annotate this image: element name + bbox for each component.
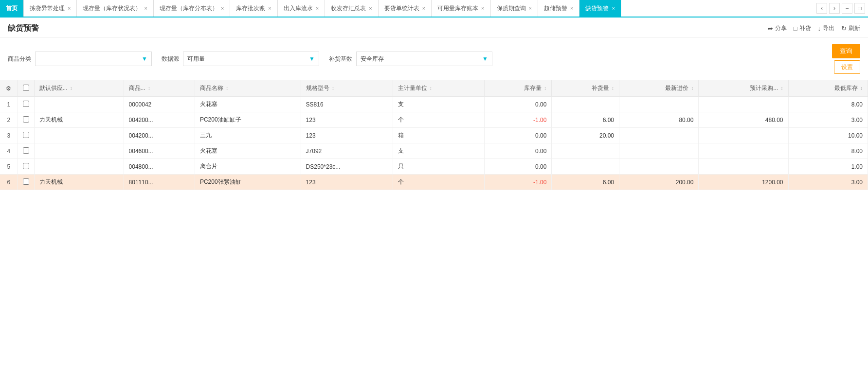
tab-3-close[interactable]: × bbox=[221, 5, 224, 11]
share-button[interactable]: ➦ 分享 bbox=[768, 24, 787, 33]
col-supplier[interactable]: 默认供应... ↕ bbox=[34, 80, 124, 97]
tab-4-close[interactable]: × bbox=[268, 5, 271, 11]
tab-9[interactable]: 保质期查询 × bbox=[491, 0, 538, 17]
table-row: 10000042火花塞SS816支0.008.00 bbox=[0, 97, 868, 112]
col-spec-label: 规格型号 bbox=[306, 85, 329, 91]
col-product-name[interactable]: 商品名称 ↕ bbox=[195, 80, 301, 97]
tab-bar: 首页 拣货异常处理 × 现存量（库存状况表） × 现存量（库存分布表） × 库存… bbox=[0, 0, 868, 18]
row-checkbox[interactable] bbox=[23, 178, 29, 185]
col-supplier-label: 默认供应... bbox=[39, 85, 68, 91]
row-supplier bbox=[34, 159, 124, 175]
tab-1[interactable]: 拣货异常处理 × bbox=[24, 0, 77, 17]
tab-10-close[interactable]: × bbox=[570, 5, 573, 11]
tab-minimize-button[interactable]: − bbox=[842, 3, 852, 14]
category-select[interactable]: ▼ bbox=[35, 52, 152, 66]
row-unit: 箱 bbox=[393, 128, 484, 143]
tab-6[interactable]: 收发存汇总表 × bbox=[325, 0, 378, 17]
row-no: 2 bbox=[0, 112, 18, 128]
tab-8-label: 可用量库存账本 bbox=[437, 4, 478, 13]
category-filter-group: 商品分类 ▼ bbox=[8, 52, 152, 66]
tab-2-close[interactable]: × bbox=[144, 5, 147, 11]
tab-9-close[interactable]: × bbox=[529, 5, 532, 11]
col-product-code[interactable]: 商品... ↕ bbox=[124, 80, 195, 97]
tab-11[interactable]: 缺货预警 × bbox=[579, 0, 621, 17]
settings-button[interactable]: 设置 bbox=[834, 60, 860, 74]
tab-next-button[interactable]: › bbox=[829, 3, 840, 14]
row-checkbox[interactable] bbox=[23, 116, 29, 123]
table-container: ⚙ 默认供应... ↕ 商品... ↕ 商品名称 ↕ bbox=[0, 80, 868, 190]
row-estimated-purchase bbox=[699, 159, 788, 175]
table-row: 6力天机械801110...PC200张紧油缸123个-1.006.00200.… bbox=[0, 175, 868, 190]
col-latest-price[interactable]: 最新进价 ↕ bbox=[619, 80, 699, 97]
tab-3[interactable]: 现存量（库存分布表） × bbox=[154, 0, 230, 17]
row-product-code: 801110... bbox=[124, 175, 195, 190]
row-checkbox[interactable] bbox=[23, 132, 29, 138]
tab-7[interactable]: 要货单统计表 × bbox=[379, 0, 432, 17]
row-spec: 123 bbox=[301, 128, 393, 143]
table-row: 2力天机械004200...PC200油缸缸子123个-1.006.0080.0… bbox=[0, 112, 868, 128]
row-product-code: 004200... bbox=[124, 128, 195, 143]
row-min-stock: 8.00 bbox=[788, 97, 868, 112]
row-min-stock: 1.00 bbox=[788, 159, 868, 175]
row-supplier bbox=[34, 143, 124, 159]
row-spec: DS250*23c... bbox=[301, 159, 393, 175]
gear-icon[interactable]: ⚙ bbox=[6, 85, 11, 92]
row-latest-price bbox=[619, 128, 699, 143]
tab-11-label: 缺货预警 bbox=[585, 4, 609, 13]
tab-home[interactable]: 首页 bbox=[0, 0, 24, 17]
col-spec[interactable]: 规格型号 ↕ bbox=[301, 80, 393, 97]
row-stock: 0.00 bbox=[484, 143, 552, 159]
col-latest-price-sort-icon: ↕ bbox=[691, 86, 693, 91]
export-button[interactable]: ↓ 导出 bbox=[818, 24, 835, 33]
col-unit-sort-icon: ↕ bbox=[430, 86, 432, 91]
tab-10[interactable]: 超储预警 × bbox=[538, 0, 579, 17]
replenish-button[interactable]: □ 补货 bbox=[794, 24, 811, 33]
tab-5-close[interactable]: × bbox=[316, 5, 319, 11]
tab-6-close[interactable]: × bbox=[369, 5, 372, 11]
row-no: 4 bbox=[0, 143, 18, 159]
datasource-label: 数据源 bbox=[162, 55, 179, 63]
tab-prev-button[interactable]: ‹ bbox=[816, 3, 827, 14]
col-min-stock[interactable]: 最低库存 ↕ bbox=[788, 80, 868, 97]
row-product-name: 离合片 bbox=[195, 159, 301, 175]
row-replenish bbox=[552, 159, 619, 175]
row-no: 3 bbox=[0, 128, 18, 143]
tab-5[interactable]: 出入库流水 × bbox=[278, 0, 325, 17]
row-unit: 只 bbox=[393, 159, 484, 175]
col-estimated-purchase[interactable]: 预计采购... ↕ bbox=[699, 80, 788, 97]
tab-1-close[interactable]: × bbox=[68, 5, 71, 11]
row-checkbox-cell bbox=[18, 97, 34, 112]
tab-11-close[interactable]: × bbox=[612, 5, 615, 11]
select-all-checkbox[interactable] bbox=[23, 85, 29, 91]
tab-4[interactable]: 库存批次账 × bbox=[230, 0, 277, 17]
row-estimated-purchase bbox=[699, 128, 788, 143]
tab-8[interactable]: 可用量库存账本 × bbox=[432, 0, 490, 17]
tab-8-close[interactable]: × bbox=[481, 5, 484, 11]
row-product-code: 004600... bbox=[124, 143, 195, 159]
col-stock-sort-icon: ↕ bbox=[544, 86, 546, 91]
right-buttons: 查询 设置 bbox=[832, 44, 860, 74]
col-stock[interactable]: 库存量 ↕ bbox=[484, 80, 552, 97]
col-replenish[interactable]: 补货量 ↕ bbox=[552, 80, 619, 97]
tab-2[interactable]: 现存量（库存状况表） × bbox=[77, 0, 153, 17]
query-button[interactable]: 查询 bbox=[832, 44, 860, 58]
tab-7-close[interactable]: × bbox=[422, 5, 425, 11]
tab-maximize-button[interactable]: □ bbox=[854, 3, 865, 14]
col-replenish-label: 补货量 bbox=[592, 85, 609, 91]
col-unit[interactable]: 主计量单位 ↕ bbox=[393, 80, 484, 97]
row-no: 5 bbox=[0, 159, 18, 175]
row-checkbox[interactable] bbox=[23, 163, 29, 169]
row-checkbox[interactable] bbox=[23, 147, 29, 154]
row-checkbox[interactable] bbox=[23, 101, 29, 107]
row-min-stock: 10.00 bbox=[788, 128, 868, 143]
row-product-code: 004800... bbox=[124, 159, 195, 175]
col-spec-sort-icon: ↕ bbox=[332, 86, 334, 91]
datasource-select[interactable]: 可用量 ▼ bbox=[183, 52, 319, 66]
row-unit: 个 bbox=[393, 112, 484, 128]
tab-2-label: 现存量（库存状况表） bbox=[83, 4, 141, 13]
row-estimated-purchase bbox=[699, 143, 788, 159]
row-supplier: 力天机械 bbox=[34, 175, 124, 190]
refresh-button[interactable]: ↻ 刷新 bbox=[841, 24, 860, 33]
replenish-base-select[interactable]: 安全库存 ▼ bbox=[356, 52, 492, 66]
col-product-name-sort-icon: ↕ bbox=[226, 86, 228, 91]
